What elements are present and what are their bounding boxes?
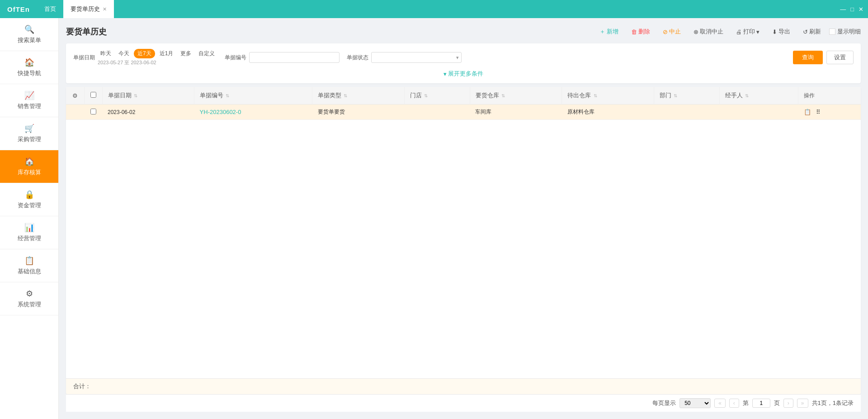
expand-icon: ▾	[443, 71, 447, 77]
top-bar: OfTEn 首页 要货单历史 ✕ — □ ✕	[0, 0, 868, 18]
sidebar-item-label-basic-info: 基础信息	[18, 267, 41, 276]
row-action-view-icon[interactable]: 📋	[804, 109, 811, 115]
page-size-select[interactable]: 50 10 20 100	[679, 398, 711, 408]
sort-icon-handler[interactable]: ⇅	[745, 93, 749, 98]
prev-page-button[interactable]: ‹	[729, 399, 739, 408]
row-req-warehouse: 车间库	[470, 105, 562, 120]
date-btn-last1month[interactable]: 近1月	[157, 49, 176, 58]
cancel-stop-button[interactable]: ⊗ 取消中止	[689, 25, 728, 38]
date-btn-custom[interactable]: 自定义	[196, 49, 217, 58]
refresh-label: 刷新	[809, 28, 821, 36]
refresh-button[interactable]: ↺ 刷新	[798, 25, 826, 38]
sales-mgmt-icon: 📈	[24, 90, 34, 100]
query-button[interactable]: 查询	[793, 51, 823, 64]
stop-label: 中止	[669, 28, 681, 36]
date-btn-today[interactable]: 今天	[116, 49, 132, 58]
row-settings-cell	[66, 105, 84, 120]
next-page-button[interactable]: ›	[783, 399, 793, 408]
sidebar-item-sys-mgmt[interactable]: ⚙ 系统管理	[0, 282, 58, 315]
sidebar-item-inventory-mgmt[interactable]: 🏠 库存核算	[0, 150, 58, 183]
col-req-warehouse: 要货仓库 ⇅	[470, 87, 562, 105]
col-settings: ⚙	[66, 87, 84, 105]
print-button[interactable]: 🖨 打印 ▾	[731, 25, 764, 38]
sort-icon-store[interactable]: ⇅	[424, 93, 428, 98]
row-doc-no-link[interactable]: YH-20230602-0	[200, 109, 241, 115]
date-range-text: 2023-05-27 至 2023-06-02	[98, 59, 217, 66]
finance-mgmt-icon: 🔒	[24, 190, 34, 200]
page-size-label: 每页显示	[652, 399, 676, 407]
expand-more-button[interactable]: ▾ 展开更多条件	[443, 70, 483, 78]
sort-icon-department[interactable]: ⇅	[674, 93, 677, 98]
sort-icon-doc-no[interactable]: ⇅	[226, 93, 229, 98]
first-page-button[interactable]: «	[714, 399, 726, 408]
close-btn[interactable]: ✕	[859, 6, 863, 13]
tab-home[interactable]: 首页	[37, 0, 63, 18]
date-btn-more[interactable]: 更多	[178, 49, 194, 58]
new-icon: ＋	[599, 28, 605, 36]
settings-gear-icon[interactable]: ⚙	[72, 92, 78, 99]
table-scroll[interactable]: ⚙ 单据日期 ⇅ 单据编号 ⇅	[66, 87, 861, 378]
table-body: 2023-06-02 YH-20230602-0 要货单要货 车间库 原材料仓库	[66, 105, 861, 120]
date-filter-group: 单据日期 昨天 今天 近7天 近1月 更多 自定义 2023-05-27 至 2…	[73, 49, 217, 66]
table-header-row: ⚙ 单据日期 ⇅ 单据编号 ⇅	[66, 87, 861, 105]
row-doc-type: 要货单要货	[312, 105, 405, 120]
doc-no-input[interactable]	[249, 52, 340, 63]
last-page-button[interactable]: »	[797, 399, 808, 408]
settings-button[interactable]: 设置	[826, 51, 854, 64]
col-store: 门店 ⇅	[404, 87, 470, 105]
delete-button[interactable]: 🗑 删除	[627, 25, 655, 38]
new-button[interactable]: ＋ 新增	[595, 25, 623, 38]
row-pending-warehouse: 原材料仓库	[562, 105, 654, 120]
row-doc-date: 2023-06-02	[102, 105, 194, 120]
sidebar-item-ops-mgmt[interactable]: 📊 经营管理	[0, 216, 58, 249]
date-btn-last7days[interactable]: 近7天	[134, 49, 155, 58]
sidebar-item-sales-mgmt[interactable]: 📈 销售管理	[0, 84, 58, 117]
col-handler: 经手人 ⇅	[719, 87, 798, 105]
window-controls: — □ ✕	[840, 6, 863, 13]
row-store	[404, 105, 470, 120]
select-all-checkbox[interactable]	[90, 92, 96, 98]
sidebar-item-finance-mgmt[interactable]: 🔒 资金管理	[0, 183, 58, 216]
row-action-more-icon[interactable]: ⠿	[816, 109, 821, 115]
display-detail-checkbox[interactable]	[829, 29, 835, 35]
row-action-cell: 📋 ⠿	[798, 105, 861, 120]
display-detail-label-text: 显示明细	[837, 28, 861, 36]
sort-icon-req-warehouse[interactable]: ⇅	[501, 93, 505, 98]
table-container: ⚙ 单据日期 ⇅ 单据编号 ⇅	[66, 87, 861, 394]
sidebar-item-purchase-mgmt[interactable]: 🛒 采购管理	[0, 117, 58, 150]
date-shortcuts: 昨天 今天 近7天 近1月 更多 自定义	[98, 49, 217, 58]
sidebar-item-quick-nav[interactable]: 🏠 快捷导航	[0, 51, 58, 84]
sidebar-item-basic-info[interactable]: 📋 基础信息	[0, 249, 58, 282]
delete-icon: 🗑	[631, 29, 637, 35]
tab-bar: 首页 要货单历史 ✕	[37, 0, 114, 18]
stop-icon: ⊘	[663, 29, 668, 35]
stop-button[interactable]: ⊘ 中止	[658, 25, 685, 38]
sidebar-item-label-ops-mgmt: 经营管理	[18, 234, 41, 243]
sidebar-item-label-inventory-mgmt: 库存核算	[18, 168, 41, 176]
sort-icon-doc-type[interactable]: ⇅	[344, 93, 347, 98]
minimize-btn[interactable]: —	[840, 6, 846, 13]
basic-info-icon: 📋	[24, 256, 34, 266]
tab-close-icon[interactable]: ✕	[103, 6, 107, 12]
search-menu-icon: 🔍	[24, 24, 34, 34]
display-detail-toggle[interactable]: 显示明细	[829, 28, 861, 36]
date-btn-yesterday[interactable]: 昨天	[98, 49, 114, 58]
sort-icon-pending-warehouse[interactable]: ⇅	[594, 93, 597, 98]
col-pending-warehouse: 待出仓库 ⇅	[562, 87, 654, 105]
page-input[interactable]	[752, 399, 770, 408]
page-label-suffix: 页	[774, 399, 780, 407]
date-filter-block: 昨天 今天 近7天 近1月 更多 自定义 2023-05-27 至 2023-0…	[98, 49, 217, 66]
sidebar-item-label-purchase-mgmt: 采购管理	[18, 135, 41, 143]
col-doc-no: 单据编号 ⇅	[194, 87, 312, 105]
inventory-mgmt-icon: 🏠	[24, 157, 34, 167]
row-checkbox[interactable]	[90, 109, 96, 114]
status-select[interactable]	[371, 52, 462, 63]
tab-requisition-history[interactable]: 要货单历史 ✕	[63, 0, 114, 18]
doc-no-filter-group: 单据编号	[225, 52, 340, 63]
sort-icon-doc-date[interactable]: ⇅	[134, 93, 137, 98]
maximize-btn[interactable]: □	[850, 6, 854, 13]
sidebar-item-search-menu[interactable]: 🔍 搜索菜单	[0, 18, 58, 51]
purchase-mgmt-icon: 🛒	[24, 124, 34, 133]
app-brand: OfTEn	[0, 5, 37, 13]
export-button[interactable]: ⬇ 导出	[768, 25, 795, 38]
